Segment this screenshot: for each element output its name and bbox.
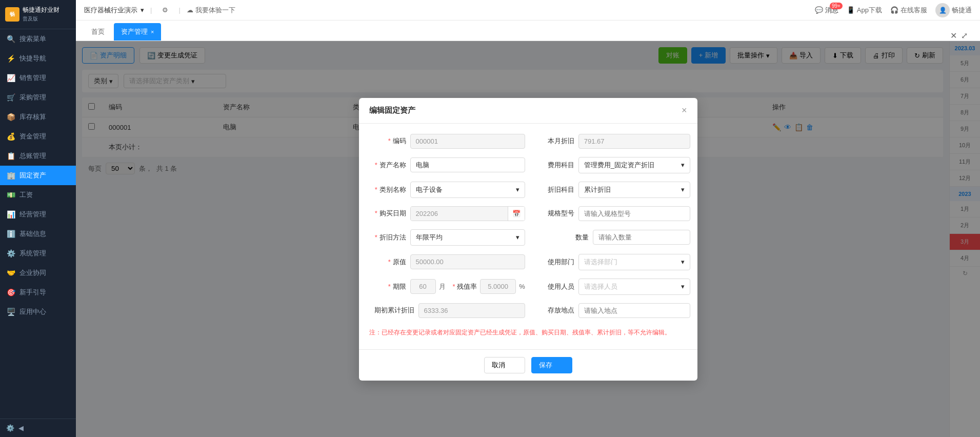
appstore-icon: 🖥️ xyxy=(6,307,15,316)
message-icon: 💬 xyxy=(815,6,823,14)
sidebar-item-funds[interactable]: 💰 资金管理 xyxy=(0,127,76,146)
sidebar-header: 畅 畅捷通好业财 普及版 xyxy=(0,0,76,29)
sidebar-item-label: 应用中心 xyxy=(19,307,46,316)
period-unit: 月 xyxy=(439,282,446,291)
sidebar-item-guide[interactable]: 🎯 新手引导 xyxy=(0,283,76,302)
modal-header: 编辑固定资产 × xyxy=(359,98,697,124)
maximize-icon[interactable]: ⤢ xyxy=(961,31,968,41)
sidebar-item-purchase[interactable]: 🛒 采购管理 xyxy=(0,88,76,107)
phone-icon: 📱 xyxy=(847,6,855,14)
project-selector[interactable]: 医疗器械行业演示 ▾ xyxy=(84,6,144,15)
tab-home-label: 首页 xyxy=(91,27,105,36)
modal-title: 编辑固定资产 xyxy=(369,106,415,115)
sidebar-item-basic-info[interactable]: ℹ️ 基础信息 xyxy=(0,224,76,244)
department-select[interactable]: 请选择部门 ▾ xyxy=(578,254,690,270)
asset-name-input[interactable] xyxy=(410,157,525,172)
tab-close-button[interactable]: × xyxy=(151,29,154,35)
sidebar-item-inventory[interactable]: 📦 库存核算 xyxy=(0,107,76,127)
form-note: 注：已经存在变更记录或者对应固定资产已经生成凭证，原值、购买日期、残值率、累计折… xyxy=(369,326,690,339)
form-dep-method: 折旧方法 年限平均 ▾ xyxy=(369,229,525,246)
user-profile[interactable]: 👤 畅捷通 xyxy=(935,3,972,17)
monthly-dep-label: 本月折旧 xyxy=(537,136,574,146)
user-name: 畅捷通 xyxy=(952,6,972,15)
dep-subject-label: 折旧科目 xyxy=(537,185,574,194)
storage-input[interactable] xyxy=(578,303,690,318)
department-placeholder: 请选择部门 xyxy=(584,257,617,267)
dep-method-select[interactable]: 年限平均 ▾ xyxy=(410,229,525,246)
sidebar-item-fixed-assets[interactable]: 🏢 固定资产 xyxy=(0,166,76,185)
spec-model-input[interactable] xyxy=(578,206,690,221)
dep-subject-select[interactable]: 累计折旧 ▾ xyxy=(578,182,690,198)
purchase-icon: 🛒 xyxy=(6,93,15,102)
content-area: 📄 资产明细 🔄 变更生成凭证 对账 + 新增 批量操作 xyxy=(76,41,980,437)
form-original-value: 原值 xyxy=(369,254,525,270)
form-expense-subject: 费用科目 管理费用_固定资产折旧 ▾ xyxy=(537,157,690,173)
sidebar-item-system[interactable]: ⚙️ 系统管理 xyxy=(0,244,76,263)
initial-dep-input xyxy=(418,303,525,318)
sidebar-item-collab[interactable]: 🤝 企业协同 xyxy=(0,263,76,283)
app-edition: 普及版 xyxy=(23,15,59,23)
period-residual-row: 月 残值率 % xyxy=(410,279,525,294)
modal-footer: 取消 保存 xyxy=(359,349,697,381)
form-asset-name: 资产名称 xyxy=(369,157,525,173)
expense-subject-select[interactable]: 管理费用_固定资产折旧 ▾ xyxy=(578,157,690,173)
sidebar: 畅 畅捷通好业财 普及版 🔍 搜索菜单 ⚡ 快捷导航 📈 销售管理 🛒 采购管理… xyxy=(0,0,76,437)
sidebar-item-ledger[interactable]: 📋 总账管理 xyxy=(0,146,76,166)
sidebar-item-label: 基础信息 xyxy=(19,229,46,239)
quantity-input[interactable] xyxy=(593,230,690,245)
experience-text: 我要体验一下 xyxy=(195,6,235,15)
sidebar-item-label: 销售管理 xyxy=(19,73,46,83)
settings-button[interactable]: ⚙ xyxy=(158,3,172,17)
headset-icon: 🎧 xyxy=(890,6,898,14)
form-spec-model: 规格型号 xyxy=(537,206,690,221)
sidebar-item-quicknav[interactable]: ⚡ 快捷导航 xyxy=(0,49,76,68)
sidebar-item-label: 企业协同 xyxy=(19,268,46,277)
sidebar-item-payroll[interactable]: 💵 工资 xyxy=(0,185,76,205)
inventory-icon: 📦 xyxy=(6,112,15,122)
form-code: 编码 xyxy=(369,134,525,149)
purchase-date-input[interactable] xyxy=(411,207,508,221)
category-select[interactable]: 电子设备 ▾ xyxy=(410,182,525,198)
messages-button[interactable]: 💬 消息 99+ xyxy=(815,6,838,15)
online-service-button[interactable]: 🎧 在线客服 xyxy=(890,6,927,15)
sidebar-item-sales[interactable]: 📈 销售管理 xyxy=(0,68,76,88)
calendar-icon[interactable]: 📅 xyxy=(508,207,525,221)
system-icon: ⚙️ xyxy=(6,249,15,258)
topbar-separator2: | xyxy=(178,6,180,14)
form-department: 使用部门 请选择部门 ▾ xyxy=(537,254,690,270)
sidebar-item-appstore[interactable]: 🖥️ 应用中心 xyxy=(0,302,76,322)
sidebar-item-label: 新手引导 xyxy=(19,288,46,297)
chevron-down-icon: ▾ xyxy=(681,161,685,169)
cloud-icon: ☁ xyxy=(187,6,193,14)
sidebar-item-label: 库存核算 xyxy=(19,112,46,122)
modal-close-button[interactable]: × xyxy=(682,105,687,116)
code-input[interactable] xyxy=(410,134,525,149)
settings-icon[interactable]: ⚙️ xyxy=(6,424,14,432)
sidebar-item-operations[interactable]: 📊 经营管理 xyxy=(0,205,76,224)
form-monthly-depreciation: 本月折旧 xyxy=(537,134,690,149)
quicknav-icon: ⚡ xyxy=(6,54,15,63)
experience-link[interactable]: ☁ 我要体验一下 xyxy=(187,6,235,15)
collab-icon: 🤝 xyxy=(6,268,15,277)
sidebar-item-search[interactable]: 🔍 搜索菜单 xyxy=(0,29,76,49)
tab-home[interactable]: 首页 xyxy=(84,23,112,41)
fixed-assets-icon: 🏢 xyxy=(6,171,15,180)
initial-dep-label: 期初累计折旧 xyxy=(369,306,414,315)
collapse-button[interactable]: ◀ xyxy=(18,424,24,432)
original-value-label: 原值 xyxy=(369,257,406,267)
asset-name-label: 资产名称 xyxy=(369,161,406,170)
user-select[interactable]: 请选择人员 ▾ xyxy=(578,279,690,295)
monthly-dep-input xyxy=(578,134,690,149)
close-window-icon[interactable]: ✕ xyxy=(950,31,957,41)
form-category: 类别名称 电子设备 ▾ xyxy=(369,182,525,198)
user-label: 使用人员 xyxy=(537,282,574,291)
app-download-button[interactable]: 📱 App下载 xyxy=(847,6,882,15)
form-quantity: 数量 xyxy=(537,229,690,246)
tab-asset-management[interactable]: 资产管理 × xyxy=(114,23,161,41)
online-service-label: 在线客服 xyxy=(901,6,927,15)
form-user: 使用人员 请选择人员 ▾ xyxy=(537,279,690,295)
residual-rate-input xyxy=(480,279,516,294)
cancel-button[interactable]: 取消 xyxy=(484,357,525,373)
form-period-residual: 期限 月 残值率 % xyxy=(369,279,525,295)
save-button[interactable]: 保存 xyxy=(531,357,572,373)
